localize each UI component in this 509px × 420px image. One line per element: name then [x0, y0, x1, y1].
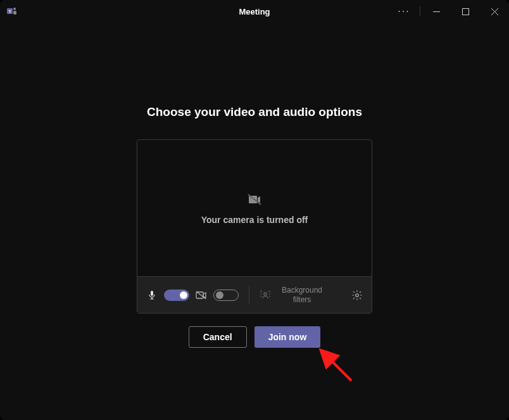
- microphone-toggle[interactable]: [164, 290, 189, 301]
- device-controls-row: Background filters: [137, 276, 372, 313]
- more-options-button[interactable]: ···: [389, 0, 418, 23]
- maximize-button[interactable]: [451, 0, 480, 23]
- arrow-annotation-icon: [317, 346, 361, 390]
- svg-point-2: [13, 8, 16, 10]
- teams-app-icon: T: [6, 6, 18, 17]
- svg-line-24: [324, 353, 351, 381]
- action-buttons: Cancel Join now: [189, 326, 321, 348]
- background-effects-icon: [260, 290, 271, 300]
- close-button[interactable]: [480, 0, 509, 23]
- cancel-button[interactable]: Cancel: [189, 326, 247, 348]
- window-controls: ···: [389, 0, 509, 23]
- camera-icon: [196, 290, 207, 300]
- page-heading: Choose your video and audio options: [147, 105, 362, 119]
- svg-point-15: [264, 292, 267, 295]
- main-content: Choose your video and audio options Your…: [0, 23, 509, 348]
- svg-point-22: [356, 293, 359, 296]
- join-now-button[interactable]: Join now: [254, 326, 321, 348]
- video-preview: Your camera is turned off: [137, 140, 372, 276]
- background-filters-button[interactable]: Background filters: [277, 286, 327, 304]
- camera-off-icon: [247, 192, 262, 207]
- divider: [249, 286, 249, 305]
- svg-line-14: [196, 291, 206, 299]
- app-window: T Meeting ··· Choose your video and audi…: [0, 0, 509, 420]
- settings-icon[interactable]: [351, 290, 363, 301]
- divider: [420, 6, 420, 16]
- titlebar: T Meeting ···: [0, 0, 509, 23]
- svg-rect-5: [462, 8, 468, 15]
- svg-rect-3: [13, 11, 16, 15]
- video-settings-card: Your camera is turned off: [137, 139, 372, 314]
- camera-off-label: Your camera is turned off: [201, 215, 308, 225]
- svg-rect-10: [151, 291, 153, 296]
- minimize-button[interactable]: [422, 0, 451, 23]
- svg-text:T: T: [8, 9, 11, 14]
- microphone-icon: [146, 290, 158, 300]
- camera-toggle[interactable]: [213, 290, 239, 301]
- svg-rect-13: [196, 292, 203, 298]
